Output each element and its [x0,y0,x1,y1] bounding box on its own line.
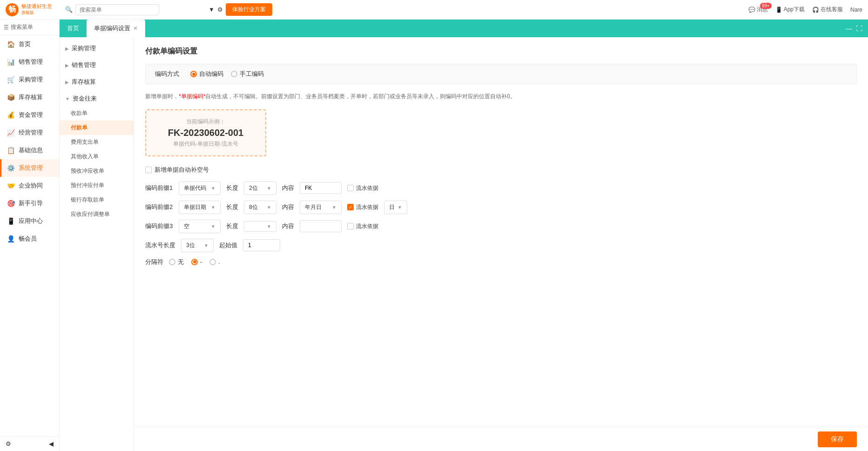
auto-encode-radio[interactable] [190,71,197,77]
submenu-item-bank[interactable]: 银行存取款单 [60,193,134,207]
separator-none-radio[interactable] [169,259,175,265]
separator-none-option[interactable]: 无 [169,258,184,266]
serial-unit-select[interactable]: 日 ▼ [384,201,407,214]
settings-icon[interactable]: ⚙ [217,6,223,13]
length-3-select[interactable]: ▼ [244,221,276,232]
sidebar-item-label: 企业协同 [19,182,43,190]
separator-dot-option[interactable]: . [209,258,220,265]
sidebar-item-member[interactable]: 👤 畅会员 [0,230,59,248]
submenu-header-purchase[interactable]: ▶ 采购管理 [60,41,134,56]
encode-method-label: 编码方式 [155,70,179,78]
bottom-collapse-icon[interactable]: ◀ [49,440,54,447]
trial-button[interactable]: 体验行业方案 [226,3,272,16]
sidebar-item-system[interactable]: ⚙️ 系统管理 [0,159,59,177]
auto-fill-row: 新增单据自动补空号 [145,166,857,174]
content-area: 首页 单据编码设置 ✕ — ⛶ ▶ 采购管理 [60,20,868,451]
prefix-2-select[interactable]: 单据日期 ▼ [179,201,221,214]
message-button[interactable]: 💬 消息 99+ [748,6,768,13]
manual-encode-label: 手工编码 [240,70,264,78]
submenu-item-other-income[interactable]: 其他收入单 [60,149,134,164]
serial-2-checkbox[interactable]: ✓ [347,204,354,210]
dropdown-arrow[interactable]: ▼ [209,6,215,13]
encode-method-section: 编码方式 自动编码 手工编码 [145,64,857,84]
sidebar-item-purchase[interactable]: 🛒 采购管理 [0,71,59,88]
submenu-header-finance[interactable]: ▼ 资金往来 [60,91,134,106]
sidebar-item-finance[interactable]: 💰 资金管理 [0,106,59,124]
basic-icon: 📋 [7,147,15,154]
save-button[interactable]: 保存 [818,431,857,447]
prefix-1-select[interactable]: 单据代码 ▼ [179,182,221,195]
submenu-arrow: ▶ [65,46,69,51]
serial-length-select[interactable]: 3位 ▼ [181,239,214,252]
separator-dash-radio[interactable] [191,259,198,265]
submenu-item-receipt[interactable]: 收款单 [60,106,134,121]
purchase-icon: 🛒 [7,76,15,83]
submenu-group-purchase: ▶ 采购管理 [60,41,134,56]
serial-3-label: 流水依据 [356,222,378,230]
separator-none-label: 无 [178,258,184,266]
prefix-1-chevron: ▼ [211,186,215,191]
preview-desc: 单据代码-单据日期-流水号 [157,140,254,148]
main-layout: ☰ 搜索菜单 🏠 首页 📊 销售管理 🛒 采购管理 📦 库存核算 💰 资金管理 … [0,20,868,451]
serial-3-checkbox[interactable] [347,223,354,229]
sidebar-item-home[interactable]: 🏠 首页 [0,35,59,53]
submenu-arrow: ▼ [65,96,70,101]
enterprise-icon: 🤝 [7,182,15,189]
serial-2-checkbox-group: ✓ 流水依据 [347,203,378,211]
separator-dash-option[interactable]: - [191,258,202,265]
online-service-button[interactable]: 🎧 在线客服 [812,6,843,13]
content-2-select[interactable]: 年月日 ▼ [300,201,342,214]
start-value-input[interactable] [243,239,280,251]
tab-close-icon[interactable]: ✕ [133,25,138,32]
sidebar-item-operation[interactable]: 📈 经营管理 [0,124,59,141]
manual-encode-option[interactable]: 手工编码 [231,70,264,78]
sidebar-item-guide[interactable]: 🎯 新手引导 [0,195,59,212]
sidebar-item-inventory[interactable]: 📦 库存核算 [0,88,59,106]
username-display: Nare [850,7,862,13]
submenu-item-pre-payment[interactable]: 预付冲应付单 [60,178,134,193]
submenu-label: 销售管理 [72,61,96,69]
manual-encode-radio[interactable] [231,71,237,77]
sidebar-item-sales[interactable]: 📊 销售管理 [0,53,59,71]
bottom-settings-icon[interactable]: ⚙ [6,440,11,447]
sidebar-item-enterprise[interactable]: 🤝 企业协同 [0,177,59,195]
sidebar-item-app[interactable]: 📱 应用中心 [0,212,59,230]
submenu-item-payment[interactable]: 付款单 [60,121,134,135]
inventory-icon: 📦 [7,94,15,101]
sidebar-search[interactable]: ☰ 搜索菜单 [0,20,59,35]
content-3-input[interactable] [300,220,342,232]
auto-encode-option[interactable]: 自动编码 [190,70,223,78]
content-3-label: 内容 [282,222,294,230]
serial-1-label: 流水依据 [356,184,378,192]
length-1-select[interactable]: 2位 ▼ [244,182,276,195]
length-2-select[interactable]: 8位 ▼ [244,201,276,214]
search-input[interactable] [75,4,159,15]
submenu-header-sales[interactable]: ▶ 销售管理 [60,58,134,73]
tab-maximize-icon[interactable]: ⛶ [856,25,862,32]
system-icon: ⚙️ [7,164,15,172]
sidebar-item-label: 畅会员 [19,235,37,243]
serial-unit-chevron: ▼ [397,205,402,210]
tab-bar-right: — ⛶ [846,25,868,32]
content-1-input[interactable] [300,182,342,194]
tab-home[interactable]: 首页 [60,20,87,37]
left-sidebar: ☰ 搜索菜单 🏠 首页 📊 销售管理 🛒 采购管理 📦 库存核算 💰 资金管理 … [0,20,60,451]
submenu-label: 采购管理 [72,44,96,53]
submenu-item-pre-receipt[interactable]: 预收冲应收单 [60,164,134,178]
serial-length-row: 流水号长度 3位 ▼ 起始值 [145,239,857,252]
submenu-item-expense[interactable]: 费用支出单 [60,135,134,149]
tab-encode[interactable]: 单据编码设置 ✕ [87,20,145,37]
serial-1-checkbox[interactable] [347,185,354,191]
app-download-button[interactable]: 📱 App下载 [775,6,805,13]
auto-fill-checkbox[interactable] [145,167,152,173]
tab-minimize-icon[interactable]: — [846,25,852,32]
headset-icon: 🎧 [812,7,819,13]
sidebar-item-basic[interactable]: 📋 基础信息 [0,141,59,159]
prefix-2-chevron: ▼ [211,205,215,210]
sidebar-item-label: 采购管理 [19,75,43,84]
submenu-item-adjust[interactable]: 应收应付调整单 [60,207,134,222]
prefix-3-select[interactable]: 空 ▼ [179,220,221,233]
serial-3-checkbox-group: 流水依据 [347,222,378,230]
submenu-header-inventory[interactable]: ▶ 库存核算 [60,74,134,89]
separator-dot-radio[interactable] [209,259,216,265]
